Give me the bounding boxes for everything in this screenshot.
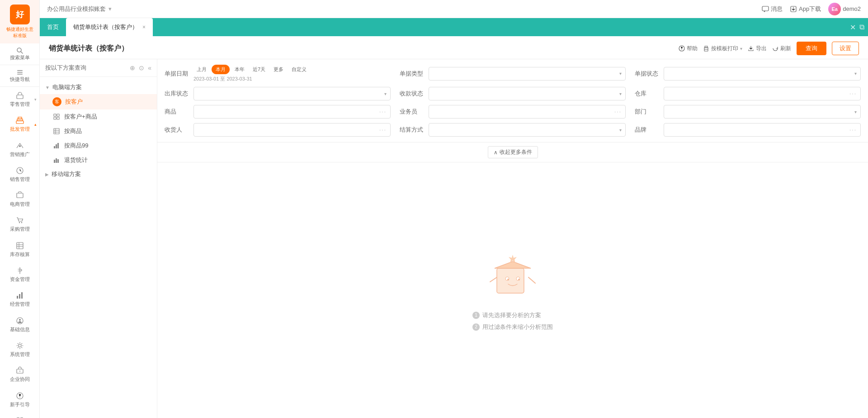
- collapse-bar: ∧ 收起更多条件: [157, 142, 868, 162]
- print-dropdown-icon[interactable]: ▾: [740, 46, 742, 51]
- scheme-icon-bar: [52, 142, 61, 150]
- settings-button[interactable]: 设置: [832, 42, 859, 55]
- order-type-chevron: ▾: [619, 71, 622, 76]
- svg-line-1: [21, 52, 23, 53]
- date-btn-custom[interactable]: 自定义: [288, 65, 310, 74]
- message-button[interactable]: 消息: [762, 5, 783, 13]
- filter-order-type-control[interactable]: ▾: [429, 67, 626, 81]
- scheme-icon-table: [52, 127, 61, 135]
- sidebar-item-sales[interactable]: 销售管理: [0, 162, 39, 187]
- sidebar-item-purchase[interactable]: 采购管理: [0, 212, 39, 237]
- svg-rect-52: [497, 268, 524, 293]
- svg-point-56: [507, 279, 509, 280]
- filter-order-status-control[interactable]: ▾: [664, 67, 861, 81]
- sidebar-item-newbie[interactable]: 新手引导: [0, 387, 39, 412]
- sidebar-item-marketing[interactable]: 营销推广: [0, 137, 39, 162]
- filter-settlement-label: 结算方式: [400, 126, 425, 134]
- sidebar-item-appcenter[interactable]: 应用中心: [0, 412, 39, 418]
- tab-sales-stats[interactable]: 销货单统计表（按客户） ×: [66, 18, 153, 36]
- inventory-icon: [16, 242, 24, 250]
- svg-rect-48: [57, 143, 59, 148]
- window-maximize-button[interactable]: ⧉: [859, 23, 864, 31]
- scheme-by-customer-product[interactable]: 按客户+商品: [40, 109, 157, 124]
- sidebar-item-system[interactable]: 系统管理: [0, 337, 39, 362]
- scheme-panel-icons: ⊕ ⊙ «: [130, 64, 151, 71]
- collapse-button[interactable]: ∧ 收起更多条件: [488, 146, 538, 158]
- user-menu[interactable]: Ea demo2: [828, 3, 861, 15]
- svg-rect-32: [762, 6, 769, 11]
- nav-icon: [16, 69, 24, 76]
- tab-home[interactable]: 首页: [40, 18, 66, 36]
- date-btn-this-year[interactable]: 本年: [231, 65, 248, 74]
- sidebar-item-enterprise[interactable]: 企业协同: [0, 362, 39, 387]
- mobile-group-header[interactable]: ▶ 移动端方案: [40, 167, 157, 181]
- mobile-group-arrow: ▶: [45, 172, 49, 177]
- svg-rect-51: [57, 159, 59, 163]
- empty-step-1: 1 请先选择要分析的方案: [472, 309, 553, 321]
- date-btn-last-month[interactable]: 上月: [193, 65, 210, 74]
- desktop-group-header[interactable]: ▼ 电脑端方案: [40, 81, 157, 94]
- print-button[interactable]: 按模板打印 ▾: [703, 45, 742, 52]
- filter-out-status-control[interactable]: ▾: [193, 87, 391, 100]
- svg-rect-4: [17, 74, 23, 75]
- filter-department-control[interactable]: ▾: [664, 105, 861, 119]
- scheme-by-product[interactable]: 按商品: [40, 124, 157, 138]
- svg-line-58: [490, 277, 497, 282]
- svg-point-13: [21, 222, 22, 223]
- sidebar-item-inventory[interactable]: 库存核算: [0, 237, 39, 262]
- date-btn-this-month[interactable]: 本月: [212, 65, 230, 74]
- svg-rect-19: [19, 294, 20, 299]
- svg-rect-50: [56, 158, 57, 163]
- purchase-icon: [16, 216, 24, 224]
- add-scheme-button[interactable]: ⊕: [130, 64, 135, 71]
- page-content: 销货单统计表（按客户） 帮助 按模板打印: [40, 36, 868, 418]
- sidebar: 好 畅捷通好生意 标准版 搜索菜单 快捷导航 零售管理 ▾: [0, 0, 40, 418]
- page-header: 销货单统计表（按客户） 帮助 按模板打印: [40, 36, 868, 59]
- svg-point-23: [19, 344, 21, 347]
- svg-rect-6: [16, 121, 24, 124]
- filter-recipient-item: 收货人 ···: [165, 123, 391, 137]
- filter-warehouse-control[interactable]: ···: [664, 87, 861, 100]
- scheme-by-product99[interactable]: 按商品99: [40, 138, 157, 153]
- step-num-2: 2: [472, 323, 480, 331]
- sidebar-item-retail[interactable]: 零售管理 ▾: [0, 87, 39, 112]
- svg-rect-11: [17, 193, 23, 198]
- body-area: 按以下方案查询 ⊕ ⊙ « ▼ 电脑端方案 客: [40, 59, 868, 418]
- app-download-button[interactable]: App下载: [790, 5, 821, 13]
- help-button[interactable]: 帮助: [679, 45, 698, 52]
- newbie-icon: [16, 392, 24, 400]
- scheme-by-customer[interactable]: 客 按客户: [40, 94, 157, 109]
- filter-recipient-control[interactable]: ···: [193, 123, 391, 137]
- filter-brand-control[interactable]: ···: [664, 123, 861, 137]
- filter-payment-status-control[interactable]: ▾: [429, 87, 626, 100]
- date-btn-7days[interactable]: 近7天: [250, 65, 269, 74]
- active-scheme-icon: 客: [52, 97, 61, 106]
- sidebar-item-basic[interactable]: 基础信息: [0, 312, 39, 337]
- sidebar-search[interactable]: 搜索菜单: [0, 43, 39, 65]
- tab-close-button[interactable]: ×: [142, 24, 146, 30]
- sidebar-item-finance[interactable]: 资金管理: [0, 262, 39, 287]
- svg-rect-46: [54, 146, 55, 148]
- filter-salesperson-control[interactable]: ···: [429, 105, 626, 119]
- sidebar-item-ecommerce[interactable]: 电商管理: [0, 187, 39, 212]
- scheme-settings-button[interactable]: ⊙: [139, 64, 144, 71]
- export-button[interactable]: 导出: [748, 45, 767, 52]
- dropdown-icon[interactable]: ▾: [108, 5, 112, 12]
- sidebar-item-wholesale[interactable]: 批发管理 ▴: [0, 112, 39, 137]
- empty-step-2: 2 用过滤条件来缩小分析范围: [472, 321, 553, 333]
- scheme-collapse-button[interactable]: «: [148, 64, 151, 71]
- refresh-button[interactable]: 刷新: [772, 45, 791, 52]
- window-close-button[interactable]: ✕: [850, 23, 856, 32]
- filter-product-control[interactable]: ···: [193, 105, 391, 119]
- filter-settlement-control[interactable]: ▾: [429, 123, 626, 137]
- brand-dots: ···: [849, 127, 857, 133]
- filter-department-item: 部门 ▾: [635, 105, 861, 119]
- desktop-group-arrow: ▼: [45, 85, 50, 90]
- filter-salesperson-label: 业务员: [400, 108, 425, 116]
- sidebar-quick-nav[interactable]: 快捷导航: [0, 65, 39, 87]
- scheme-return-stats[interactable]: 退货统计: [40, 153, 157, 167]
- sidebar-item-operations[interactable]: 经营管理: [0, 287, 39, 312]
- query-button[interactable]: 查询: [797, 42, 826, 55]
- filter-warehouse-item: 仓库 ···: [635, 87, 861, 100]
- date-btn-more[interactable]: 更多: [270, 65, 287, 74]
